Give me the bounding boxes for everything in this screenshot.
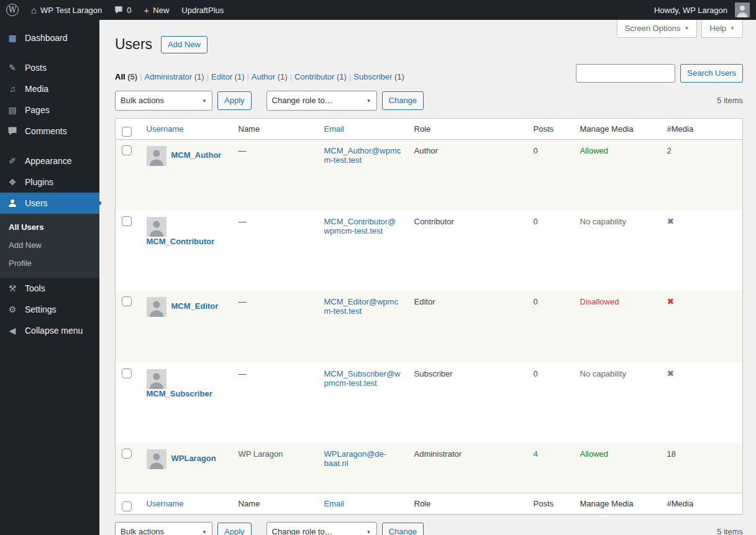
filter-separator: | [349, 72, 351, 81]
manage-media-status: Allowed [580, 449, 609, 459]
search-users-button[interactable]: Search Users [680, 64, 743, 83]
column-header-username[interactable]: Username [147, 124, 184, 134]
filter-editor[interactable]: Editor (1) [211, 72, 244, 81]
sidebar-item-plugins[interactable]: ❖ Plugins [0, 171, 99, 193]
row-checkbox[interactable] [122, 216, 132, 226]
username-link[interactable]: MCM_Editor [171, 302, 219, 311]
filter-author[interactable]: Author (1) [252, 72, 288, 81]
apply-button[interactable]: Apply [217, 91, 252, 110]
sidebar-item-pages[interactable]: ▤ Pages [0, 99, 99, 121]
row-checkbox[interactable] [122, 449, 132, 459]
filter-count: (1) [278, 72, 288, 81]
main-content: Screen Options ▼ Help ▼ Users Add New Al… [99, 20, 756, 535]
column-footer-username[interactable]: Username [147, 499, 184, 508]
filter-administrator[interactable]: Administrator (1) [145, 72, 204, 81]
name-cell: WP Laragon [232, 443, 318, 493]
cross-icon: ✖ [667, 216, 675, 226]
change-button[interactable]: Change [382, 91, 424, 110]
filter-all[interactable]: All (5) [115, 72, 137, 81]
sidebar-item-users[interactable]: Users [0, 193, 99, 214]
sidebar-item-tools[interactable]: ⚒ Tools [0, 278, 99, 299]
wp-logo-menu[interactable]: W [0, 0, 25, 20]
menu-separator [0, 48, 99, 57]
email-link[interactable]: MCM_Subscriber@wpmcm-test.test [324, 369, 402, 388]
collapse-menu-button[interactable]: ◀ Collapse menu [0, 320, 99, 341]
site-name-menu[interactable]: ⌂ WP Test Laragon [25, 0, 108, 20]
email-cell: MCM_Contributor@wpmcm-test.test [318, 211, 408, 291]
filter-contributor[interactable]: Contributor (1) [294, 72, 347, 81]
comments-icon [6, 126, 19, 136]
username-link[interactable]: MCM_Contributor [147, 237, 215, 246]
updraftplus-menu[interactable]: UpdraftPlus [175, 0, 230, 20]
submenu-item-all-users[interactable]: All Users [0, 218, 99, 236]
sidebar-item-appearance[interactable]: ✐ Appearance [0, 150, 99, 171]
name-cell: — [232, 211, 318, 291]
filter-separator: | [140, 72, 142, 81]
role-cell: Author [408, 139, 527, 211]
admin-bar: W ⌂ WP Test Laragon 0 + New UpdraftPlus … [0, 0, 756, 20]
email-cell: WPLaragon@de-baat.nl [318, 443, 408, 493]
screen-options-button[interactable]: Screen Options ▼ [617, 20, 698, 38]
sidebar-label-appearance: Appearance [25, 156, 72, 166]
name-cell: — [232, 139, 318, 211]
comments-admin-bar[interactable]: 0 [108, 0, 137, 20]
posts-cell[interactable]: 4 [527, 443, 574, 493]
settings-icon: ⚙ [6, 304, 19, 314]
sidebar-item-media[interactable]: ♫ Media [0, 78, 99, 99]
avatar [147, 449, 166, 469]
sidebar-label-media: Media [25, 84, 48, 94]
email-link[interactable]: MCM_Editor@wpmcm-test.test [324, 297, 402, 316]
pages-icon: ▤ [6, 105, 19, 115]
manage-media-cell: No capability [574, 363, 661, 443]
name-cell: — [232, 291, 318, 363]
row-checkbox[interactable] [122, 368, 132, 378]
select-all-checkbox[interactable] [122, 127, 132, 137]
help-button[interactable]: Help ▼ [701, 20, 743, 38]
column-footer-email[interactable]: Email [324, 499, 345, 508]
new-content-menu[interactable]: + New [138, 0, 176, 20]
change-button-bottom[interactable]: Change [382, 523, 424, 535]
add-new-user-button[interactable]: Add New [161, 36, 207, 53]
column-footer-media-count: #Media [661, 493, 743, 514]
username-link[interactable]: WPLaragon [171, 454, 216, 464]
filter-subscriber[interactable]: Subscriber (1) [353, 72, 404, 81]
role-cell: Subscriber [408, 363, 527, 443]
email-link[interactable]: MCM_Contributor@wpmcm-test.test [324, 217, 402, 235]
column-header-name: Name [232, 118, 318, 139]
bulk-actions-select-bottom[interactable]: Bulk actions [115, 522, 212, 535]
column-header-role: Role [408, 118, 527, 139]
row-checkbox[interactable] [122, 145, 132, 155]
table-row: MCM_Subscriber — MCM_Subscriber@wpmcm-te… [116, 363, 743, 443]
tools-icon: ⚒ [6, 283, 19, 293]
manage-media-cell: Allowed [574, 443, 661, 493]
sidebar-item-comments[interactable]: Comments [0, 121, 99, 142]
column-footer-role: Role [408, 493, 527, 514]
search-users-input[interactable] [576, 64, 675, 83]
table-footer-row: Username Name Email Role Posts Manage Me… [116, 493, 743, 514]
username-link[interactable]: MCM_Subscriber [147, 389, 212, 398]
role-cell: Administrator [408, 443, 527, 493]
change-role-select-bottom[interactable]: Change role to… [266, 522, 377, 535]
chevron-down-icon: ▼ [730, 25, 735, 31]
select-all-checkbox[interactable] [122, 501, 132, 511]
sidebar-item-settings[interactable]: ⚙ Settings [0, 299, 99, 320]
chevron-down-icon: ▼ [684, 25, 689, 31]
apply-button-bottom[interactable]: Apply [217, 523, 252, 535]
sidebar-item-posts[interactable]: ✎ Posts [0, 57, 99, 78]
row-checkbox[interactable] [122, 296, 132, 306]
role-cell: Contributor [408, 211, 527, 291]
email-link[interactable]: WPLaragon@de-baat.nl [324, 449, 402, 468]
username-link[interactable]: MCM_Author [171, 150, 222, 160]
my-account-menu[interactable]: Howdy, WP Laragon [648, 0, 756, 20]
submenu-item-profile[interactable]: Profile [0, 254, 99, 272]
change-role-select[interactable]: Change role to… [266, 91, 377, 111]
column-footer-manage-media: Manage Media [574, 493, 661, 514]
avatar [147, 297, 166, 317]
column-header-email[interactable]: Email [324, 124, 345, 134]
bulk-actions-select[interactable]: Bulk actions [115, 91, 212, 111]
submenu-item-add-new[interactable]: Add New [0, 236, 99, 254]
sidebar-item-dashboard[interactable]: ▦ Dashboard [0, 27, 99, 48]
updraftplus-label: UpdraftPlus [181, 6, 224, 15]
email-link[interactable]: MCM_Author@wpmcm-test.test [324, 146, 402, 165]
filter-separator: | [207, 72, 209, 81]
